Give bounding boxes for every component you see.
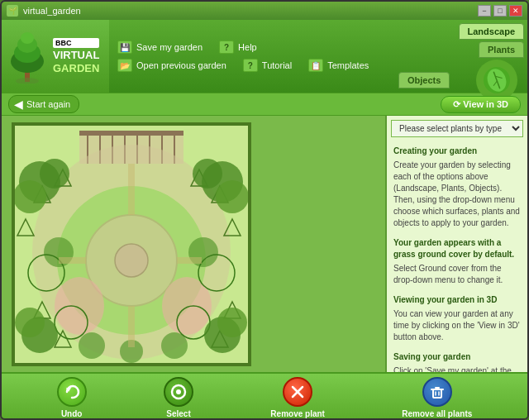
view-3d-button[interactable]: ⟳ View in 3D bbox=[441, 96, 521, 113]
bottom-toolbar: Undo Select Remove plant bbox=[2, 372, 527, 420]
save-icon: 💾 bbox=[117, 41, 132, 54]
svg-point-52 bbox=[193, 159, 222, 189]
plant-type-dropdown[interactable]: Please select plants by type Trees Shrub… bbox=[391, 120, 523, 137]
svg-rect-13 bbox=[79, 131, 183, 136]
help-title-3d: Viewing your garden in 3D bbox=[393, 294, 521, 306]
close-button[interactable]: ✕ bbox=[509, 5, 522, 17]
nav-row-top: 💾 Save my garden ? Help bbox=[117, 41, 387, 54]
select-label: Select bbox=[166, 409, 190, 418]
logo-tree-icon bbox=[7, 27, 48, 85]
main-content: Please select plants by type Trees Shrub… bbox=[2, 116, 527, 372]
undo-icon bbox=[57, 377, 87, 407]
minimize-button[interactable]: − bbox=[478, 5, 491, 17]
right-panel: Please select plants by type Trees Shrub… bbox=[385, 116, 527, 372]
help-section-3d: Viewing your garden in 3D You can view y… bbox=[393, 294, 521, 343]
templates-icon: 📋 bbox=[308, 59, 323, 72]
help-title-saving: Saving your garden bbox=[393, 351, 521, 363]
title-bar: 🌱 virtual_garden − □ ✕ bbox=[2, 2, 527, 20]
toolbar: ◀ Start again ⟳ View in 3D bbox=[2, 93, 527, 116]
open-garden-button[interactable]: 📂 Open previous garden bbox=[117, 59, 226, 72]
remove-all-label: Remove all plants bbox=[402, 409, 472, 418]
select-button[interactable]: Select bbox=[164, 377, 193, 418]
garden-svg bbox=[13, 124, 250, 365]
tutorial-icon: ? bbox=[243, 59, 258, 72]
svg-point-26 bbox=[55, 277, 104, 335]
help-button[interactable]: ? Help bbox=[219, 41, 257, 54]
undo-button[interactable]: Undo bbox=[57, 377, 87, 418]
title-bar-left: 🌱 virtual_garden bbox=[7, 5, 81, 17]
save-garden-button[interactable]: 💾 Save my garden bbox=[117, 41, 203, 54]
tab-row-middle: Plants bbox=[395, 41, 524, 58]
tab-plants[interactable]: Plants bbox=[479, 41, 524, 58]
tab-area: Landscape Plants Objects bbox=[395, 20, 527, 93]
help-section-saving: Saving your garden Click on 'Save my gar… bbox=[393, 351, 521, 372]
tab-row-top: Landscape bbox=[395, 23, 524, 40]
svg-point-48 bbox=[13, 180, 46, 213]
window-controls: − □ ✕ bbox=[478, 5, 522, 17]
maximize-button[interactable]: □ bbox=[493, 5, 507, 17]
svg-point-51 bbox=[216, 180, 249, 213]
svg-point-64 bbox=[176, 389, 181, 394]
svg-point-40 bbox=[79, 332, 105, 359]
svg-point-54 bbox=[15, 308, 45, 337]
nav-buttons: 💾 Save my garden ? Help 📂 Open previous … bbox=[109, 20, 395, 93]
tutorial-button[interactable]: ? Tutorial bbox=[243, 59, 292, 72]
help-section-creating: Creating your garden Create your garden … bbox=[393, 146, 521, 229]
help-text-grass: Select Ground cover from the drop-down m… bbox=[393, 263, 521, 286]
tab-objects[interactable]: Objects bbox=[398, 72, 450, 88]
window-title: virtual_garden bbox=[23, 6, 81, 16]
logo-area: BBC VIRTUAL GARDEN bbox=[2, 20, 109, 93]
leaf-icon bbox=[476, 60, 517, 101]
virtual-text: VIRTUAL bbox=[53, 50, 99, 61]
svg-point-25 bbox=[115, 244, 148, 277]
help-text-creating: Create your garden by selecting each of … bbox=[393, 160, 521, 229]
start-again-button[interactable]: ◀ Start again bbox=[8, 95, 79, 113]
svg-point-49 bbox=[40, 159, 69, 189]
app-icon: 🌱 bbox=[7, 5, 18, 17]
undo-label: Undo bbox=[61, 409, 83, 418]
select-icon bbox=[164, 377, 193, 407]
bbc-badge: BBC bbox=[53, 38, 99, 48]
garden-area[interactable] bbox=[2, 116, 385, 372]
help-section-grass: Your garden appears with a grass ground … bbox=[393, 237, 521, 286]
header: BBC VIRTUAL GARDEN 💾 Save my garden ? He… bbox=[2, 20, 527, 93]
remove-all-button[interactable]: Remove all plants bbox=[402, 377, 472, 418]
help-title-grass: Your garden appears with a grass ground … bbox=[393, 237, 521, 260]
remove-plant-button[interactable]: Remove plant bbox=[270, 377, 325, 418]
remove-plant-label: Remove plant bbox=[270, 409, 325, 418]
tab-landscape[interactable]: Landscape bbox=[459, 23, 524, 40]
garden-text: GARDEN bbox=[53, 62, 99, 74]
help-content: Creating your garden Create your garden … bbox=[387, 141, 527, 372]
help-text-3d: You can view your garden at any time by … bbox=[393, 308, 521, 343]
remove-plant-icon bbox=[283, 377, 312, 407]
svg-point-56 bbox=[217, 308, 247, 337]
svg-rect-67 bbox=[433, 389, 441, 398]
help-title-creating: Creating your garden bbox=[393, 146, 521, 157]
help-icon: ? bbox=[219, 41, 234, 54]
bbc-logo-text: BBC VIRTUAL GARDEN bbox=[53, 38, 99, 74]
templates-button[interactable]: 📋 Templates bbox=[308, 59, 369, 72]
remove-all-icon bbox=[422, 377, 452, 407]
nav-row-bottom: 📂 Open previous garden ? Tutorial 📋 Temp… bbox=[117, 59, 387, 72]
svg-point-5 bbox=[21, 32, 34, 44]
garden-canvas bbox=[12, 122, 251, 366]
help-text-saving: Click on 'Save my garden' at the top of … bbox=[393, 365, 521, 372]
svg-point-1 bbox=[16, 78, 39, 84]
back-arrow-icon: ◀ bbox=[14, 98, 23, 111]
open-icon: 📂 bbox=[117, 59, 132, 72]
